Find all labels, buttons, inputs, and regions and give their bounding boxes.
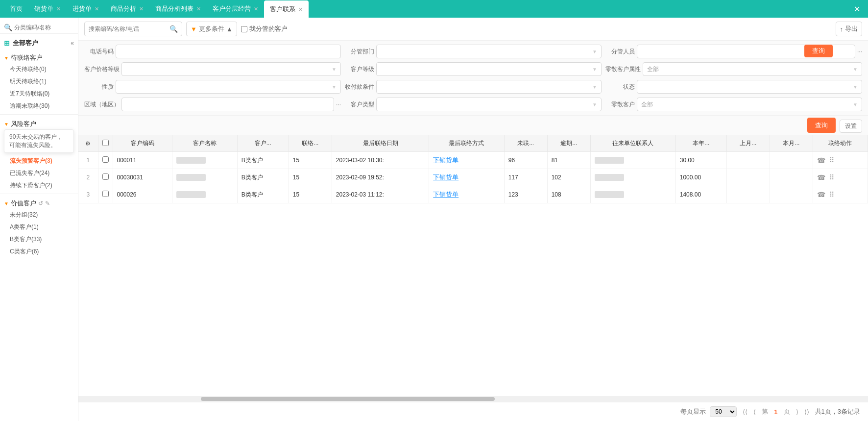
table-row: 3 000026 B类客户 15 2023-02-03 11:12: 下销货单 … [78, 186, 868, 203]
dept-select[interactable]: ▼ [376, 45, 602, 58]
sidebar-group-value: ▼ 价值客户 ↺ ✎ [0, 196, 78, 209]
my-customers-checkbox-wrap[interactable]: 我分管的客户 [241, 25, 288, 33]
scrollbar-thumb[interactable] [201, 397, 495, 401]
customer-table: ⚙ 客户编码 客户名称 客户... 联络... 最后联络日期 最后联络方式 未联… [78, 135, 868, 203]
table-header-row: ⚙ 客户编码 客户名称 客户... 联络... 最后联络日期 最后联络方式 未联… [78, 135, 868, 152]
sidebar-group-pending[interactable]: ▼ 待联络客户 [0, 50, 78, 63]
last-method-link-2[interactable]: 下销货单 [433, 191, 458, 198]
row-last-method-2[interactable]: 下销货单 [429, 186, 504, 203]
more-icon[interactable]: ··· [857, 48, 862, 55]
tab-product-analysis-list[interactable]: 商品分析列表 ✕ [149, 0, 207, 18]
tab-close-sales[interactable]: ✕ [56, 6, 61, 12]
tab-close-product[interactable]: ✕ [139, 6, 144, 12]
sidebar-item-overdue[interactable]: 逾期未联络(30) [0, 100, 78, 112]
tab-close-purchase[interactable]: ✕ [95, 6, 99, 12]
col-checkbox-all[interactable] [98, 135, 113, 152]
tab-home[interactable]: 首页 [4, 4, 28, 13]
my-customers-checkbox[interactable] [241, 26, 247, 32]
page-first-btn[interactable]: ⟨⟨ [741, 408, 749, 416]
per-page-label: 每页显示 [680, 407, 706, 416]
sidebar-item-class-a[interactable]: A类客户(1) [0, 221, 78, 233]
tab-customer-tier[interactable]: 客户分层经营 ✕ [207, 0, 264, 18]
sidebar-search-input[interactable] [14, 24, 74, 31]
query-button[interactable]: 查询 [804, 45, 833, 57]
price-level-select[interactable]: ▼ [121, 62, 341, 76]
export-button[interactable]: ↑ 导出 [836, 22, 863, 36]
refresh-icon[interactable]: ↺ [38, 200, 43, 207]
sidebar-item-churn-warning[interactable]: 流失预警客户(3) [0, 155, 78, 167]
tab-sales-order[interactable]: 销货单 ✕ [28, 0, 67, 18]
query-button-main[interactable]: 查询 [807, 118, 836, 133]
tab-close-customer-tier[interactable]: ✕ [254, 6, 258, 12]
sidebar-item-class-c[interactable]: C类客户(6) [0, 246, 78, 258]
gender-select[interactable]: ▼ [116, 80, 341, 94]
region-more-icon[interactable]: ··· [336, 101, 341, 108]
payment-select[interactable]: ▼ [376, 80, 602, 94]
row-last-method-0[interactable]: 下销货单 [429, 152, 504, 169]
row-current-year-2: 1408.00 [675, 186, 726, 203]
status-select[interactable]: ▼ [637, 80, 862, 94]
per-page-select[interactable]: 50 100 200 [710, 406, 737, 417]
page-next-btn[interactable]: ⟩ [794, 408, 800, 416]
row-last-method-1[interactable]: 下销货单 [429, 169, 504, 186]
col-settings[interactable]: ⚙ [78, 135, 98, 152]
sidebar-item-tomorrow[interactable]: 明天待联络(1) [0, 75, 78, 88]
page-last-btn[interactable]: ⟩⟩ [802, 408, 811, 416]
page-prev-btn[interactable]: ⟨ [751, 408, 758, 416]
customer-type-select[interactable]: ▼ [376, 98, 602, 111]
action-contact-icon-0[interactable]: ☎ [817, 156, 825, 164]
sidebar-item-unclassified[interactable]: 未分组(32) [0, 209, 78, 221]
action-more-icon-2[interactable]: ⠿ [829, 191, 834, 198]
horizontal-scrollbar[interactable] [78, 396, 868, 402]
row-overdue-1: 102 [547, 169, 590, 186]
customer-level-select[interactable]: ▼ [376, 62, 602, 76]
blurred-name-2 [176, 191, 206, 198]
row-select-checkbox-0[interactable] [102, 156, 109, 163]
action-more-icon-0[interactable]: ⠿ [829, 156, 834, 164]
row-checkbox-0[interactable] [98, 152, 113, 169]
row-select-checkbox-2[interactable] [102, 191, 109, 197]
table-row: 2 00030031 B类客户 15 2023-02-09 19:52: 下销货… [78, 169, 868, 186]
sidebar-item-churned[interactable]: 已流失客户(24) [0, 167, 78, 179]
sidebar-item-declining[interactable]: 持续下滑客户(2) [0, 179, 78, 192]
blurred-person-2 [595, 191, 624, 198]
tab-close-customer-contact[interactable]: ✕ [298, 6, 303, 13]
tab-close-product-list[interactable]: ✕ [196, 6, 201, 12]
zero-customer-select[interactable]: 全部 ▼ [637, 98, 862, 111]
row-checkbox-2[interactable] [98, 186, 113, 203]
action-more-icon-1[interactable]: ⠿ [829, 173, 834, 181]
edit-icon[interactable]: ✎ [45, 200, 50, 207]
row-select-checkbox-1[interactable] [102, 173, 109, 180]
region-select[interactable] [121, 98, 334, 111]
window-close-button[interactable]: ✕ [850, 4, 864, 14]
tab-customer-contact[interactable]: 客户联系 ✕ [264, 0, 309, 18]
last-method-link-0[interactable]: 下销货单 [433, 156, 458, 164]
sidebar-item-today[interactable]: 今天待联络(0) [0, 63, 78, 75]
more-conditions-btn[interactable]: ▼ 更多条件 ▲ [186, 22, 237, 36]
phone-input[interactable] [116, 45, 341, 58]
search-button-icon[interactable]: 🔍 [169, 25, 178, 33]
filter-bar: 🔍 ▼ 更多条件 ▲ 我分管的客户 ↑ 导出 [78, 18, 868, 41]
tab-product-analysis[interactable]: 商品分析 ✕ [105, 0, 149, 18]
settings-button[interactable]: 设置 [840, 120, 862, 133]
search-input[interactable] [89, 25, 169, 32]
row-contact-count-1: 15 [289, 169, 332, 186]
action-contact-icon-2[interactable]: ☎ [817, 191, 825, 198]
action-contact-icon-1[interactable]: ☎ [817, 173, 825, 181]
last-method-link-1[interactable]: 下销货单 [433, 173, 458, 181]
sidebar-all-customers[interactable]: ⊞ 全部客户 « [0, 36, 78, 50]
row-last-month-0 [726, 152, 770, 169]
row-current-year-0: 30.00 [675, 152, 726, 169]
select-all-checkbox[interactable] [102, 140, 109, 146]
sidebar-item-7days[interactable]: 近7天待联络(0) [0, 88, 78, 100]
row-checkbox-1[interactable] [98, 169, 113, 186]
sidebar-item-class-b[interactable]: B类客户(33) [0, 233, 78, 246]
total-records-label: 共1页，3条记录 [815, 407, 860, 416]
sidebar-group-risk[interactable]: ▼ 风险客户 [0, 117, 78, 129]
zero-attr-select[interactable]: 全部 ▼ [643, 62, 862, 76]
page-navigation: ⟨⟨ ⟨ 第 1 页 ⟩ ⟩⟩ [741, 407, 811, 416]
tab-purchase[interactable]: 进货单 ✕ [67, 0, 105, 18]
table-footer: 每页显示 50 100 200 ⟨⟨ ⟨ 第 1 页 ⟩ ⟩⟩ 共1页，3条记录 [78, 402, 868, 421]
sidebar: 🔍 ⊞ 全部客户 « ▼ 待联络客户 今天待联络(0) 明天待联络(1) 近7天… [0, 18, 78, 421]
col-type: 客户... [237, 135, 289, 152]
